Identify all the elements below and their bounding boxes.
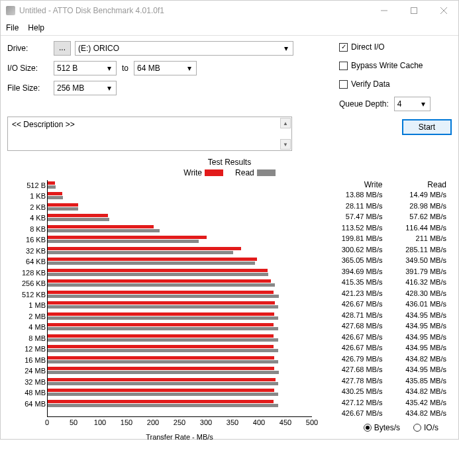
cell-read: 434.82 MB/s bbox=[388, 409, 452, 417]
cell-read: 434.82 MB/s bbox=[388, 387, 452, 395]
verify-checkbox[interactable] bbox=[339, 80, 348, 89]
chevron-down-icon: ▾ bbox=[281, 43, 291, 54]
cell-write: 427.12 MB/s bbox=[324, 399, 388, 406]
cell-write: 426.67 MB/s bbox=[324, 344, 388, 352]
table-row: 427.78 MB/s435.85 MB/s bbox=[324, 375, 452, 387]
chart-ylabel: 32 MB bbox=[9, 378, 46, 386]
queue-depth-select[interactable]: 4 ▾ bbox=[394, 97, 431, 111]
chart-ylabel: 512 B bbox=[9, 181, 46, 189]
bar-read bbox=[48, 240, 199, 243]
cell-read: 391.79 MB/s bbox=[388, 267, 452, 275]
cell-read: 116.44 MB/s bbox=[388, 224, 452, 232]
close-button[interactable] bbox=[429, 1, 458, 21]
table-row: 300.62 MB/s285.11 MB/s bbox=[324, 244, 452, 256]
bypass-label: Bypass Write Cache bbox=[351, 61, 423, 70]
drive-select[interactable]: (E:) ORICO ▾ bbox=[75, 41, 293, 56]
bar-read bbox=[48, 393, 278, 396]
iosize-from-select[interactable]: 512 B ▾ bbox=[54, 61, 117, 75]
results-chart: 050100150200250300350400450500 Transfer … bbox=[7, 180, 319, 432]
units-io-radio[interactable]: IO/s bbox=[413, 423, 438, 432]
cell-write: 113.52 MB/s bbox=[324, 224, 388, 232]
chart-xtick: 250 bbox=[174, 418, 185, 426]
drive-value: (E:) ORICO bbox=[78, 44, 119, 53]
chart-ylabel: 16 KB bbox=[9, 236, 46, 244]
chevron-down-icon: ▾ bbox=[104, 83, 115, 93]
bypass-checkbox[interactable] bbox=[339, 62, 348, 70]
cell-write: 13.88 MB/s bbox=[324, 191, 388, 199]
bar-write bbox=[48, 181, 55, 185]
bar-write bbox=[48, 378, 276, 381]
table-row: 426.67 MB/s434.95 MB/s bbox=[324, 342, 452, 354]
chart-ylabel: 1 KB bbox=[9, 192, 46, 200]
bar-write bbox=[48, 192, 62, 195]
chart-ylabel: 256 KB bbox=[9, 279, 46, 287]
to-label: to bbox=[122, 64, 128, 73]
bar-read bbox=[48, 305, 278, 309]
drive-label: Drive: bbox=[7, 44, 54, 53]
chart-ylabel: 2 KB bbox=[9, 203, 46, 211]
description-box[interactable]: << Description >> ▲ ▼ bbox=[7, 117, 292, 151]
bar-read bbox=[48, 283, 275, 287]
bar-read bbox=[48, 185, 56, 189]
direct-io-checkbox[interactable]: ✓ bbox=[339, 43, 348, 52]
browse-button[interactable]: ... bbox=[54, 41, 71, 56]
table-row: 421.23 MB/s428.30 MB/s bbox=[324, 288, 452, 299]
cell-write: 57.47 MB/s bbox=[324, 213, 388, 220]
maximize-button[interactable] bbox=[399, 1, 429, 21]
window-title: Untitled - ATTO Disk Benchmark 4.01.0f1 bbox=[19, 6, 369, 15]
scroll-up-button[interactable]: ▲ bbox=[280, 118, 291, 128]
chart-ylabel: 4 KB bbox=[9, 214, 46, 222]
app-window: Untitled - ATTO Disk Benchmark 4.01.0f1 … bbox=[0, 0, 459, 440]
cell-read: 436.01 MB/s bbox=[388, 300, 452, 308]
chart-xtick: 450 bbox=[280, 418, 291, 426]
iosize-to-select[interactable]: 64 MB ▾ bbox=[134, 61, 197, 75]
bar-write bbox=[48, 400, 274, 403]
scroll-down-button[interactable]: ▼ bbox=[280, 139, 291, 150]
table-row: 13.88 MB/s14.49 MB/s bbox=[324, 189, 452, 201]
chart-xtick: 350 bbox=[227, 418, 238, 426]
chart-ylabel: 12 MB bbox=[9, 345, 46, 353]
bar-write bbox=[48, 301, 275, 305]
legend-read-swatch bbox=[257, 169, 276, 176]
titlebar[interactable]: Untitled - ATTO Disk Benchmark 4.01.0f1 bbox=[1, 1, 458, 21]
col-write-header: Write bbox=[324, 180, 388, 189]
cell-read: 434.95 MB/s bbox=[388, 344, 452, 352]
chart-xtick: 500 bbox=[306, 418, 318, 426]
bar-write bbox=[48, 214, 108, 217]
cell-read: 349.50 MB/s bbox=[388, 256, 452, 264]
cell-read: 211 MB/s bbox=[388, 234, 452, 242]
table-row: 426.79 MB/s434.82 MB/s bbox=[324, 354, 452, 365]
cell-write: 430.25 MB/s bbox=[324, 387, 388, 395]
chart-xtick: 100 bbox=[94, 418, 106, 426]
cell-write: 426.67 MB/s bbox=[324, 409, 388, 417]
cell-write: 394.69 MB/s bbox=[324, 267, 388, 275]
chart-ylabel: 2 MB bbox=[9, 312, 46, 320]
svg-rect-1 bbox=[411, 8, 417, 14]
bar-read bbox=[48, 404, 278, 407]
bar-read bbox=[48, 360, 278, 363]
cell-write: 427.68 MB/s bbox=[324, 322, 388, 330]
chart-xtick: 150 bbox=[121, 418, 132, 426]
cell-read: 435.42 MB/s bbox=[388, 399, 452, 406]
chart-ylabel: 64 MB bbox=[9, 400, 46, 408]
cell-write: 415.35 MB/s bbox=[324, 278, 388, 286]
menu-help[interactable]: Help bbox=[28, 23, 44, 32]
table-row: 427.12 MB/s435.42 MB/s bbox=[324, 397, 452, 408]
chart-ylabel: 128 KB bbox=[9, 269, 46, 277]
cell-read: 57.62 MB/s bbox=[388, 213, 452, 220]
menu-file[interactable]: File bbox=[6, 23, 19, 32]
cell-write: 426.79 MB/s bbox=[324, 355, 388, 363]
units-bytes-radio[interactable]: Bytes/s bbox=[364, 423, 400, 432]
start-button[interactable]: Start bbox=[402, 119, 452, 135]
iosize-label: I/O Size: bbox=[7, 64, 54, 73]
filesize-select[interactable]: 256 MB ▾ bbox=[54, 81, 117, 95]
chevron-down-icon: ▾ bbox=[184, 63, 195, 73]
bar-write bbox=[48, 225, 154, 228]
table-row: 428.71 MB/s434.95 MB/s bbox=[324, 310, 452, 321]
results-title: Test Results bbox=[7, 158, 452, 167]
table-row: 427.68 MB/s434.95 MB/s bbox=[324, 364, 452, 375]
minimize-button[interactable] bbox=[369, 1, 399, 21]
bar-read bbox=[48, 371, 279, 374]
table-row: 199.81 MB/s211 MB/s bbox=[324, 233, 452, 244]
bar-read bbox=[48, 316, 278, 320]
